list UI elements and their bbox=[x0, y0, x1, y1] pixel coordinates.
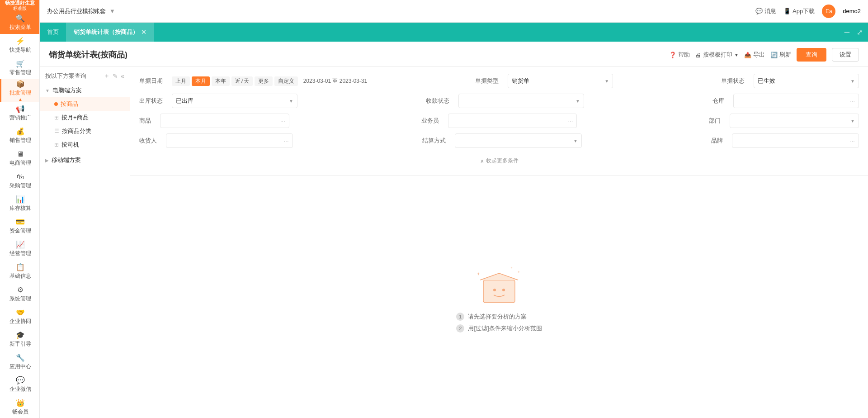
sidebar-item-basic[interactable]: 📋 基础信息 bbox=[0, 260, 39, 283]
settings-btn[interactable]: 设置 bbox=[832, 48, 859, 62]
right-content: 单据日期 上月 本月 本年 近7天 更多 自定义 2023-03-01 至 20… bbox=[130, 66, 868, 418]
sidebar-item-guide[interactable]: 🎓 新手引导 bbox=[0, 328, 39, 351]
tree-item-by-driver[interactable]: ⊞ 按司机 bbox=[40, 138, 130, 152]
warehouse-status-value: 已出库 bbox=[176, 97, 193, 105]
add-scheme-btn[interactable]: ＋ bbox=[104, 72, 110, 80]
refresh-btn[interactable]: 🔄 刷新 bbox=[770, 51, 791, 59]
payment-method-select[interactable]: ▼ bbox=[455, 133, 582, 148]
edit-scheme-btn[interactable]: ✎ bbox=[113, 72, 118, 80]
date-label: 单据日期 bbox=[139, 77, 163, 85]
query-btn[interactable]: 查询 bbox=[797, 48, 826, 62]
doc-status-value: 已生效 bbox=[758, 77, 775, 85]
avatar-text: Ea bbox=[826, 8, 832, 14]
tree-item-desktop[interactable]: ▼ 电脑端方案 bbox=[40, 84, 130, 97]
sidebar-item-ecom[interactable]: 🖥 电商管理 bbox=[0, 147, 39, 170]
left-panel-title: 按以下方案查询 bbox=[45, 72, 86, 80]
filter-section: 单据日期 上月 本月 本年 近7天 更多 自定义 2023-03-01 至 20… bbox=[130, 66, 868, 176]
sidebar-item-wholesale[interactable]: 📦 批发管理 ▲ bbox=[0, 79, 39, 102]
sidebar-item-inventory[interactable]: 📊 库存核算 bbox=[0, 192, 39, 215]
payment-status-select[interactable]: ▼ bbox=[458, 94, 584, 108]
tree-item-mobile[interactable]: ▶ 移动端方案 bbox=[40, 153, 130, 167]
goods-label: 商品 bbox=[139, 117, 151, 125]
doc-status-select[interactable]: 已生效 ▼ bbox=[754, 74, 859, 88]
main-wrapper: 办公用品行业模拟账套 ▼ 💬 消息 📱 App下载 Ea demo2 首页 销货… bbox=[40, 0, 868, 418]
refresh-label: 刷新 bbox=[779, 51, 791, 59]
brand-label: 品牌 bbox=[711, 137, 723, 145]
help-btn[interactable]: ❓ 帮助 bbox=[669, 51, 690, 59]
sidebar-item-system[interactable]: ⚙ 系统管理 bbox=[0, 283, 39, 305]
industry-dropdown-icon[interactable]: ▼ bbox=[109, 8, 115, 14]
query-label: 查询 bbox=[806, 51, 817, 58]
date-pill-last-month[interactable]: 上月 bbox=[172, 76, 190, 86]
tree-item-by-goods[interactable]: 按商品 bbox=[40, 97, 130, 111]
date-pill-this-year[interactable]: 本年 bbox=[212, 76, 230, 86]
retail-icon: 🛒 bbox=[16, 59, 25, 68]
sidebar-item-quick-nav[interactable]: ⚡ 快捷导航 bbox=[0, 34, 39, 57]
sidebar-item-biz[interactable]: 📈 经营管理 bbox=[0, 238, 39, 260]
sidebar-item-sales[interactable]: 💰 销售管理 bbox=[0, 124, 39, 147]
doc-status-label: 单据状态 bbox=[721, 77, 745, 85]
date-pill-more[interactable]: 更多 bbox=[255, 76, 273, 86]
collapse-panel-btn[interactable]: « bbox=[121, 72, 124, 80]
tab-expand-icon[interactable]: ⤢ bbox=[855, 26, 864, 38]
sidebar-item-label: 库存核算 bbox=[9, 204, 31, 212]
sidebar: 畅捷通好生意 标准版 🔍 搜索菜单 ⚡ 快捷导航 🛒 零售管理 📦 批发管理 ▲… bbox=[0, 0, 40, 418]
inventory-icon: 📊 bbox=[16, 195, 25, 204]
sidebar-item-wechat[interactable]: 💬 企业微信 bbox=[0, 373, 39, 396]
sidebar-item-search[interactable]: 🔍 搜索菜单 bbox=[0, 11, 39, 34]
department-select[interactable]: ▼ bbox=[730, 114, 859, 128]
tree-item-label: 按商品 bbox=[61, 100, 78, 108]
goods-dots-icon: ··· bbox=[280, 118, 285, 124]
tree-item-icon: ⊞ bbox=[54, 142, 59, 148]
sidebar-item-marketing[interactable]: 📢 营销推广 bbox=[0, 102, 39, 124]
empty-svg: ✦ ✦ ✦ bbox=[472, 262, 526, 307]
sidebar-item-label: 电商管理 bbox=[9, 159, 31, 167]
warehouse-status-select[interactable]: 已出库 ▼ bbox=[172, 94, 297, 108]
svg-text:✦: ✦ bbox=[510, 266, 513, 269]
goods-input[interactable]: ··· bbox=[160, 114, 289, 128]
quick-nav-icon: ⚡ bbox=[16, 37, 25, 45]
basic-icon: 📋 bbox=[16, 263, 25, 271]
sidebar-item-purchase[interactable]: 🛍 采购管理 bbox=[0, 170, 39, 192]
warehouse-label: 仓库 bbox=[712, 97, 724, 105]
receiver-dots-icon: ··· bbox=[284, 138, 289, 144]
message-btn[interactable]: 💬 消息 bbox=[755, 7, 776, 15]
sidebar-item-retail[interactable]: 🛒 零售管理 bbox=[0, 57, 39, 79]
export-btn[interactable]: 📤 导出 bbox=[744, 51, 765, 59]
svg-text:✦: ✦ bbox=[517, 270, 520, 274]
svg-text:✦: ✦ bbox=[476, 271, 480, 276]
app-download-btn[interactable]: 📱 App下载 bbox=[783, 7, 815, 15]
tree-item-by-month-goods[interactable]: ⊞ 按月+商品 bbox=[40, 111, 130, 124]
sidebar-item-member[interactable]: 👑 畅会员 bbox=[0, 396, 39, 418]
sidebar-item-apps[interactable]: 🔧 应用中心 bbox=[0, 351, 39, 373]
tree-item-label: 按司机 bbox=[61, 141, 79, 149]
warehouse-input[interactable]: ··· bbox=[733, 94, 859, 108]
tree-item-by-category[interactable]: ☰ 按商品分类 bbox=[40, 124, 130, 138]
tab-home[interactable]: 首页 bbox=[40, 23, 66, 42]
sidebar-item-label: 企业微信 bbox=[9, 385, 31, 393]
filter-row-3: 商品 ··· 业务员 ··· 部门 bbox=[139, 114, 859, 128]
brand-input[interactable]: ··· bbox=[732, 133, 859, 148]
settings-label: 设置 bbox=[840, 51, 851, 58]
receiver-input[interactable]: ··· bbox=[166, 133, 293, 148]
print-icon: 🖨 bbox=[695, 52, 701, 58]
sidebar-item-corp[interactable]: 🤝 企业协同 bbox=[0, 305, 39, 328]
date-pill-custom[interactable]: 自定义 bbox=[274, 76, 298, 86]
tab-close-icon[interactable]: ✕ bbox=[141, 28, 146, 36]
app-logo[interactable]: 畅捷通好生意 标准版 bbox=[0, 0, 39, 11]
date-pill-7days[interactable]: 近7天 bbox=[231, 76, 253, 86]
date-pill-this-month[interactable]: 本月 bbox=[192, 76, 210, 86]
salesman-label: 业务员 bbox=[421, 117, 439, 125]
collapse-btn[interactable]: ∧ 收起更多条件 bbox=[480, 157, 519, 165]
user-avatar[interactable]: Ea bbox=[822, 5, 835, 18]
tab-minimize-icon[interactable]: ─ bbox=[843, 26, 851, 38]
doc-type-select[interactable]: 销货单 ▼ bbox=[508, 74, 613, 88]
payment-status-chevron-icon: ▼ bbox=[576, 99, 580, 104]
salesman-input[interactable]: ··· bbox=[448, 114, 577, 128]
collapse-bar[interactable]: ∧ 收起更多条件 bbox=[139, 153, 859, 168]
print-label: 按模板打印 bbox=[703, 51, 732, 59]
print-btn[interactable]: 🖨 按模板打印 ▼ bbox=[695, 51, 739, 59]
tab-sales-stat[interactable]: 销货单统计表（按商品） ✕ bbox=[66, 23, 154, 42]
payment-method-label: 结算方式 bbox=[422, 137, 446, 145]
sidebar-item-finance[interactable]: 💳 资金管理 bbox=[0, 215, 39, 238]
